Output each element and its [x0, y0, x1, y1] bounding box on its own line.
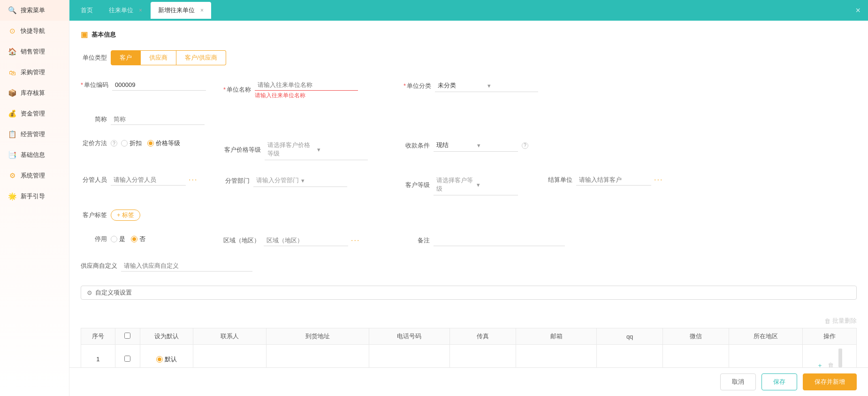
- col-qq: qq: [597, 328, 663, 345]
- sidebar-item-label: 新手引导: [21, 192, 45, 201]
- sidebar-item-funds[interactable]: 💰 资金管理: [0, 103, 69, 124]
- cell-location[interactable]: [729, 345, 803, 368]
- cancel-button[interactable]: 取消: [720, 373, 756, 390]
- sidebar-item-operations[interactable]: 📋 经营管理: [0, 124, 69, 145]
- customer-level-dropdown[interactable]: 请选择客户等级 ▾: [434, 174, 518, 195]
- unit-name-error: 请输入往来单位名称: [255, 92, 358, 100]
- manager-label: 分管人员: [81, 176, 107, 184]
- select-all-checkbox[interactable]: [124, 333, 130, 339]
- tab-partner[interactable]: 往来单位 ×: [101, 2, 150, 19]
- cell-qq[interactable]: [597, 345, 663, 368]
- cell-email[interactable]: [516, 345, 597, 368]
- pricing-level-radio[interactable]: 价格等级: [147, 139, 180, 148]
- unit-category-dropdown[interactable]: 未分类 ▾: [435, 79, 538, 92]
- short-name-input[interactable]: [111, 114, 205, 125]
- save-button[interactable]: 保存: [761, 373, 797, 390]
- customer-tags-label: 客户标签: [81, 211, 107, 219]
- disabled-no-radio[interactable]: 否: [131, 235, 145, 243]
- address-input[interactable]: [289, 356, 346, 363]
- cell-address[interactable]: [266, 345, 369, 368]
- fax-input[interactable]: [466, 356, 499, 363]
- sidebar-item-system[interactable]: ⚙ 系统管理: [0, 165, 69, 186]
- sidebar-item-basics[interactable]: 📑 基础信息: [0, 145, 69, 165]
- tab-new-partner-close[interactable]: ×: [200, 7, 204, 14]
- unit-name-input[interactable]: [255, 79, 358, 91]
- contacts-table-section: 🗑 批量删除 序号 设为默认 联系人 到货地址 电话号码 传真 邮箱 qq: [81, 317, 857, 367]
- cell-contact[interactable]: [193, 345, 266, 368]
- sidebar-item-sales[interactable]: 🏠 销售管理: [0, 41, 69, 62]
- qq-input[interactable]: [613, 356, 646, 363]
- cell-checkbox[interactable]: [115, 345, 140, 368]
- sidebar-item-inventory[interactable]: 📦 库存核算: [0, 83, 69, 103]
- delete-row-icon[interactable]: 🗑: [828, 362, 834, 367]
- table-actions: 🗑 批量删除: [81, 317, 857, 325]
- manager-more-icon[interactable]: ···: [189, 176, 198, 184]
- add-tag-button[interactable]: + 标签: [111, 210, 140, 221]
- disabled-yes-radio[interactable]: 是: [111, 235, 125, 243]
- tab-partner-label: 往来单位: [109, 6, 133, 15]
- default-radio[interactable]: 默认: [145, 355, 188, 364]
- cell-default[interactable]: 默认: [140, 345, 193, 368]
- phone-input[interactable]: [388, 356, 430, 363]
- pricing-method-info-icon[interactable]: ?: [111, 140, 117, 147]
- add-row-icon[interactable]: ＋: [817, 362, 823, 367]
- tab-home[interactable]: 首页: [73, 2, 100, 19]
- disabled-no-inner: [132, 237, 136, 241]
- manager-input[interactable]: [111, 174, 186, 186]
- region-input[interactable]: [264, 235, 348, 246]
- unit-btn-customer[interactable]: 客户: [111, 50, 141, 65]
- drag-handle-icon[interactable]: [838, 349, 842, 367]
- sidebar-item-purchase[interactable]: 🛍 采购管理: [0, 62, 69, 83]
- location-input[interactable]: [747, 356, 784, 363]
- manager-row: 分管人员 ··· 分管部门 请输入分管部门 ▾ 客户等级 请选择客户等级 ▾: [81, 174, 857, 195]
- cell-fax[interactable]: [449, 345, 516, 368]
- sidebar-item-quicknav[interactable]: ⊙ 快捷导航: [0, 21, 69, 41]
- save-and-new-button[interactable]: 保存并新增: [803, 373, 857, 390]
- col-checkbox[interactable]: [115, 328, 140, 345]
- table-row: 1 默认: [81, 345, 857, 368]
- unit-btn-both[interactable]: 客户/供应商: [176, 50, 226, 65]
- payment-terms-dropdown[interactable]: 现结 ▾: [434, 139, 518, 152]
- tab-partner-close[interactable]: ×: [139, 7, 142, 14]
- unit-name-label: *单位名称: [223, 85, 251, 94]
- col-default: 设为默认: [140, 328, 193, 345]
- window-close-button[interactable]: ×: [852, 6, 864, 16]
- settlement-more-icon[interactable]: ···: [654, 176, 663, 184]
- customer-price-level-dropdown[interactable]: 请选择客户价格等级 ▾: [265, 139, 368, 160]
- short-name-field: 简称: [81, 114, 212, 125]
- wechat-input[interactable]: [679, 356, 712, 363]
- remarks-input[interactable]: [434, 235, 565, 246]
- inventory-icon: 📦: [8, 88, 17, 98]
- cell-wechat[interactable]: [663, 345, 729, 368]
- sidebar-item-newbie[interactable]: 🌟 新手引导: [0, 186, 69, 207]
- sidebar-item-search[interactable]: 🔍 搜索菜单: [0, 0, 69, 21]
- funds-icon: 💰: [8, 109, 17, 118]
- region-more-icon[interactable]: ···: [351, 236, 360, 245]
- payment-terms-field: 收款条件 现结 ▾ ?: [404, 139, 535, 152]
- cell-phone[interactable]: [369, 345, 449, 368]
- unit-code-input[interactable]: [112, 79, 206, 91]
- email-input[interactable]: [535, 356, 578, 363]
- unit-category-label: *单位分类: [404, 82, 431, 90]
- department-placeholder: 请输入分管部门: [256, 176, 299, 185]
- pricing-discount-radio[interactable]: 折扣: [121, 139, 142, 148]
- col-wechat: 微信: [663, 328, 729, 345]
- row-checkbox[interactable]: [124, 356, 130, 362]
- supplier-custom-input[interactable]: [121, 260, 252, 272]
- disabled-yes-label: 是: [119, 235, 125, 243]
- default-label: 默认: [165, 355, 177, 364]
- batch-delete-button[interactable]: 🗑 批量删除: [824, 317, 857, 325]
- sidebar-item-label: 搜索菜单: [21, 6, 45, 15]
- unit-name-field: *单位名称 请输入往来单位名称: [223, 79, 392, 100]
- unit-category-value: 未分类: [438, 81, 486, 90]
- contact-input[interactable]: [211, 356, 249, 363]
- custom-settings-button[interactable]: ⚙ 自定义项设置: [81, 286, 857, 300]
- tab-new-partner[interactable]: 新增往来单位 ×: [151, 2, 211, 19]
- unit-code-label: *单位编码: [81, 81, 108, 89]
- settlement-unit-input[interactable]: [576, 174, 651, 186]
- payment-terms-info-icon[interactable]: ?: [522, 142, 528, 149]
- department-dropdown[interactable]: 请输入分管部门 ▾: [253, 174, 347, 187]
- cell-row-actions: ＋ 🗑: [802, 345, 856, 368]
- unit-btn-supplier[interactable]: 供应商: [141, 50, 176, 65]
- unit-type-group: 客户 供应商 客户/供应商: [111, 50, 226, 65]
